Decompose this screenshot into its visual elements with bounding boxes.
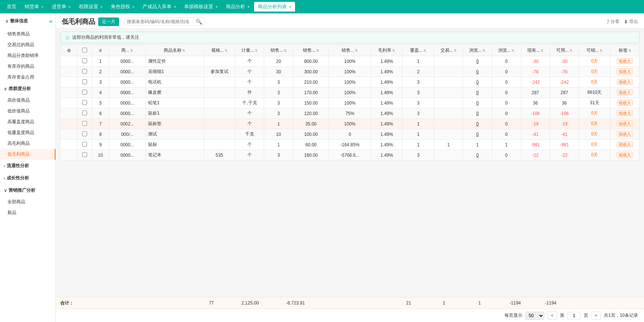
row-checkbox[interactable] [82,121,87,126]
row-checkbox[interactable] [82,131,87,136]
col-checkbox-cell[interactable] [77,140,92,150]
close-icon[interactable]: × [247,5,250,9]
close-icon[interactable]: × [100,5,103,9]
col-browse1-cell[interactable]: 0 [463,108,492,119]
sidebar-collapse-btn[interactable]: « [48,17,54,25]
nav-product-entry[interactable]: 产成品入库单 × [139,2,180,12]
row-checkbox[interactable] [82,111,87,115]
col-checkbox-cell[interactable] [77,87,92,98]
col-name[interactable]: 商品名称⇅ [146,45,204,56]
sidebar-group-growth[interactable]: › 成长性分析 [0,172,55,184]
select-all-checkbox[interactable] [82,48,87,52]
sidebar-item-new-goods[interactable]: 新品 [0,207,55,218]
browse1-link[interactable]: 0 [476,59,479,64]
row-checkbox[interactable] [82,58,87,63]
page-number-input[interactable] [567,312,581,319]
col-sales-amt[interactable]: 销售...⇅ [293,45,329,56]
sidebar-item-high-value[interactable]: 高价值商品 [0,95,55,106]
col-checkbox[interactable] [77,45,92,56]
nav-purchase-order[interactable]: 进货单 × [48,2,74,12]
close-icon[interactable]: × [41,5,44,9]
sidebar-item-high-coverage[interactable]: 高覆盖度商品 [0,117,55,127]
per-page-select[interactable]: 50 100 200 [525,312,544,320]
browse1-link[interactable]: 0 [476,121,479,127]
browse1-link[interactable]: 0 [476,111,479,116]
nav-home[interactable]: 首页 [3,2,20,12]
row-checkbox[interactable] [82,90,87,95]
row-checkbox[interactable] [82,79,87,84]
close-icon[interactable]: × [132,5,135,9]
col-browse1-cell[interactable]: 0 [463,87,492,98]
col-checkbox-cell[interactable] [77,56,92,67]
col-stock3[interactable]: 可销...⇅ [579,45,611,56]
export-button[interactable]: ⬇ 导出 [624,19,638,25]
col-trade[interactable]: 交易...⇅ [434,45,463,56]
sidebar-item-category-sales-rate[interactable]: 商品分类助销率 [0,50,55,61]
share-button[interactable]: ⤴ 分享 [607,19,619,25]
browse1-link[interactable]: 0 [476,101,479,106]
sidebar-item-stock-capital[interactable]: 库存资金占用 [0,72,55,83]
col-checkbox-cell[interactable] [77,67,92,77]
close-icon-active[interactable]: × [289,5,291,9]
col-checkbox-cell[interactable] [77,150,92,160]
browse1-link[interactable]: 0 [476,153,479,158]
nav-permissions[interactable]: 权限设置 × [75,2,106,12]
nav-product-analysis[interactable]: 商品分析 × [222,2,253,12]
col-stock2[interactable]: 可用...⇅ [550,45,579,56]
col-browse1-cell[interactable]: 0 [463,67,492,77]
sidebar-item-sales-goods[interactable]: 销售类商品 [0,29,55,39]
nav-template-settings[interactable]: 单据模板设置 × [180,2,221,12]
col-gross-rate[interactable]: 毛利率⇅ [371,45,403,56]
sidebar-item-traded-goods[interactable]: 交易过的商品 [0,39,55,50]
sidebar-item-low-margin[interactable]: 低毛利商品 [0,149,55,160]
search-input[interactable] [127,19,194,24]
col-browse1-cell[interactable]: 0 [463,98,492,108]
col-browse1-cell[interactable]: 0 [463,77,492,87]
sidebar-item-high-margin[interactable]: 高毛利商品 [0,138,55,149]
browse1-link[interactable]: 0 [476,90,479,95]
sidebar-group-circulation[interactable]: › 流通性分析 [0,160,55,172]
col-settings[interactable]: ⚙ [61,45,77,56]
sidebar-item-in-stock-goods[interactable]: 有库存的商品 [0,61,55,72]
sidebar-item-low-value[interactable]: 低价值商品 [0,106,55,117]
col-code[interactable]: 商...⇅ [109,45,146,56]
col-sales-qty[interactable]: 销售...⇅ [264,45,293,56]
row-checkbox[interactable] [82,142,87,147]
browse1-link[interactable]: 0 [476,80,479,85]
sidebar-item-low-coverage[interactable]: 低覆盖度商品 [0,127,55,138]
col-checkbox-cell[interactable] [77,108,92,119]
col-checkbox-cell[interactable] [77,119,92,129]
nav-role-auth[interactable]: 角色授权 × [107,2,138,12]
col-checkbox-cell[interactable] [77,98,92,108]
prev-page-button[interactable]: ＜ [547,311,557,320]
col-checkbox-cell[interactable] [77,77,92,87]
close-icon[interactable]: × [174,5,176,9]
col-browse1-cell[interactable]: 0 [463,56,492,67]
col-sales-profit[interactable]: 销售...⇅ [329,45,371,56]
col-browse1-cell[interactable]: 0 [463,150,492,160]
next-page-button[interactable]: ＞ [591,311,601,320]
row-checkbox[interactable] [82,152,87,157]
nav-product-analysis-list[interactable]: 商品分析列表 × [254,2,295,12]
close-icon[interactable]: × [68,5,71,9]
browse1-link[interactable]: 0 [476,132,479,137]
col-browse1-cell[interactable]: 0 [463,119,492,129]
col-coverage[interactable]: 覆盖...⇅ [403,45,434,56]
sidebar-item-all-goods[interactable]: 全部商品 [0,197,55,207]
sidebar-group-marketing[interactable]: ∨ 营销推广分析 [0,184,55,197]
close-icon[interactable]: × [215,5,218,9]
time-filter-button[interactable]: 近一月 [98,17,119,26]
table-wrapper[interactable]: ⚙ # 商...⇅ 商品名称⇅ 规格...⇅ 计量...⇅ 销售...⇅ 销售.… [60,45,640,297]
col-tag[interactable]: 标签⇅ [611,45,640,56]
col-spec[interactable]: 规格...⇅ [204,45,235,56]
col-browse1[interactable]: 浏览...⇅ [463,45,492,56]
browse1-link[interactable]: 0 [476,69,479,74]
col-unit[interactable]: 计量...⇅ [235,45,264,56]
row-checkbox[interactable] [82,100,87,105]
col-browse1-cell[interactable]: 0 [463,129,492,140]
search-icon[interactable]: 🔍 [196,19,202,25]
nav-sales-order[interactable]: 销货单 × [21,2,47,12]
row-checkbox[interactable] [82,69,87,74]
col-browse2[interactable]: 浏览...⇅ [492,45,521,56]
col-stock1[interactable]: 现有...⇅ [521,45,550,56]
